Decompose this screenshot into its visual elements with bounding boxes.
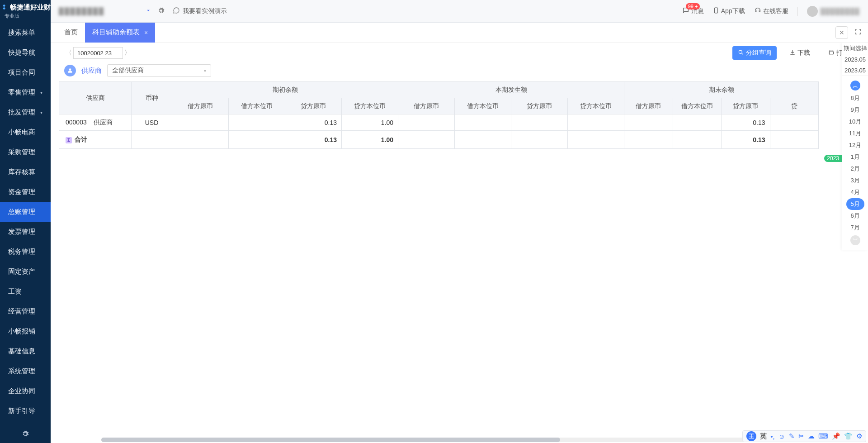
balance-table: 供应商 币种 期初余额 本期发生额 期末余额 借方原币借方本位币贷方原币贷方本位… [59, 81, 819, 149]
sidebar-item[interactable]: 固定资产 [0, 262, 51, 281]
group-query-button[interactable]: 分组查询 [732, 46, 777, 60]
sidebar-item[interactable]: 经营管理 [0, 301, 51, 321]
sidebar-item-label: 系统管理 [8, 367, 35, 376]
brand-sub: 专业版 [0, 13, 19, 19]
ime-smile-icon[interactable]: ☺ [778, 433, 785, 440]
svg-rect-0 [714, 8, 717, 13]
period-month[interactable]: 5月 [846, 198, 864, 210]
cell-value [624, 131, 673, 149]
col-sub: 贷方原币 [511, 98, 568, 114]
sidebar-item[interactable]: 工资 [0, 281, 51, 301]
online-service-button[interactable]: 在线客服 [754, 7, 788, 15]
col-sub: 贷 [770, 98, 819, 114]
ime-tray: 王 英 •, ☺ ✎ ✂ ☁ ⌨ 📌 👕 ⚙ [742, 430, 866, 442]
sidebar-item[interactable]: 零售管理▾ [0, 82, 51, 102]
period-month[interactable]: 2月 [842, 163, 868, 175]
messages-button[interactable]: 99 + 消息 [682, 7, 704, 15]
supplier-icon [64, 65, 76, 76]
period-to[interactable]: 2023.05 [842, 65, 868, 76]
demo-link-label: 我要看实例演示 [183, 7, 227, 15]
period-scroll-down[interactable]: ︾ [850, 235, 860, 245]
period-month[interactable]: 8月 [842, 92, 868, 104]
account-code-input[interactable]: 10020002 23 [73, 47, 123, 59]
fullscreen-icon[interactable] [854, 28, 862, 37]
ime-edit-icon[interactable]: ✎ [789, 432, 795, 440]
next-code[interactable]: 〉 [123, 49, 132, 57]
search-icon [738, 49, 744, 57]
cell-value [398, 114, 455, 131]
sidebar-settings[interactable] [0, 425, 51, 443]
cell-value: 0.13 [722, 131, 770, 149]
sidebar-item-label: 基础信息 [8, 347, 35, 356]
download-button[interactable]: 下载 [784, 46, 816, 60]
topbar: ████████ 我要看实例演示 99 + 消息 App下载 在线客服 [51, 0, 868, 23]
period-month[interactable]: 9月 [842, 104, 868, 116]
org-dropdown-icon[interactable] [145, 7, 151, 15]
user-menu[interactable]: ████████ [807, 6, 860, 17]
sidebar-item[interactable]: 系统管理 [0, 361, 51, 381]
sidebar-item[interactable]: 库存核算 [0, 162, 51, 182]
cell-value [568, 131, 624, 149]
sidebar-item[interactable]: 小畅报销 [0, 321, 51, 341]
sidebar-item[interactable]: 快捷导航 [0, 43, 51, 62]
ime-scissors-icon[interactable]: ✂ [798, 432, 804, 440]
cell-supplier: 000003 供应商 [59, 114, 132, 131]
sidebar-item[interactable]: 企业协同 [0, 381, 51, 401]
sidebar-item[interactable]: 新手引导 [0, 401, 51, 421]
ime-lang[interactable]: 英 [760, 432, 767, 441]
sidebar-menu: 搜索菜单快捷导航项目合同零售管理▾批发管理▾小畅电商采购管理库存核算资金管理总账… [0, 23, 51, 425]
sidebar-item[interactable]: 搜索菜单 [0, 23, 51, 43]
period-month[interactable]: 11月 [842, 128, 868, 139]
messages-badge: 99 + [686, 3, 700, 10]
period-scroll-up[interactable]: ︽ [850, 81, 860, 91]
tab-close-all[interactable]: ✕ [835, 26, 848, 39]
sidebar-item[interactable]: 资金管理 [0, 182, 51, 202]
ime-shirt-icon[interactable]: 👕 [844, 432, 853, 440]
sum-icon: Σ [66, 137, 72, 143]
col-currency: 币种 [132, 82, 172, 114]
period-month[interactable]: 3月 [842, 175, 868, 186]
sidebar-item-label: 发票管理 [8, 228, 35, 236]
ime-gear-icon[interactable]: ⚙ [856, 432, 862, 440]
period-month[interactable]: 6月 [842, 210, 868, 222]
period-month[interactable]: 12月 [842, 139, 868, 151]
prev-code[interactable]: 〈 [64, 49, 73, 57]
period-month[interactable]: 4月 [842, 186, 868, 198]
chevron-down-icon: ▾ [40, 90, 42, 95]
ime-punct-icon[interactable]: •, [770, 433, 774, 440]
ime-keyboard-icon[interactable]: ⌨ [818, 432, 828, 440]
app-download-button[interactable]: App下载 [713, 7, 745, 15]
table-total-row: Σ合计0.131.000.13 [59, 131, 819, 149]
cell-empty [132, 131, 172, 149]
supplier-label: 供应商 [81, 67, 102, 75]
avatar [807, 6, 818, 17]
sidebar-item[interactable]: 税务管理 [0, 242, 51, 262]
sidebar-item[interactable]: 发票管理 [0, 222, 51, 242]
sidebar-item[interactable]: 总账管理 [0, 202, 51, 222]
supplier-select[interactable]: 全部供应商 ▾ [107, 64, 211, 77]
user-name: ████████ [821, 8, 860, 15]
table-row[interactable]: 000003 供应商USD0.131.000.13 [59, 114, 819, 131]
ime-pin-icon[interactable]: 📌 [832, 432, 840, 440]
toolbar: 〈 10020002 23 〉 分组查询 下载 打印 [51, 43, 868, 63]
period-month[interactable]: 1月 [842, 151, 868, 163]
table-wrap: 供应商 币种 期初余额 本期发生额 期末余额 借方原币借方本位币贷方原币贷方本位… [59, 81, 860, 149]
ime-logo-icon[interactable]: 王 [746, 431, 756, 441]
period-month[interactable]: 10月 [842, 116, 868, 128]
tab[interactable]: 首页 [57, 23, 85, 43]
org-settings-icon[interactable] [158, 7, 165, 15]
period-from[interactable]: 2023.05 [842, 54, 868, 65]
demo-link[interactable]: 我要看实例演示 [173, 7, 227, 15]
sidebar-item[interactable]: 采购管理 [0, 142, 51, 162]
ime-cloud-icon[interactable]: ☁ [808, 432, 815, 440]
sidebar-item[interactable]: 小畅电商 [0, 122, 51, 142]
org-name: ████████ [59, 7, 104, 15]
tab-close-icon[interactable]: × [144, 29, 148, 36]
sidebar-item[interactable]: 基础信息 [0, 341, 51, 361]
tab[interactable]: 科目辅助余额表× [85, 23, 155, 43]
sidebar-item[interactable]: 批发管理▾ [0, 102, 51, 122]
cell-value: 0.13 [285, 114, 342, 131]
sidebar-item[interactable]: 项目合同 [0, 62, 51, 82]
gear-icon [22, 430, 29, 438]
period-month[interactable]: 7月 [842, 222, 868, 233]
